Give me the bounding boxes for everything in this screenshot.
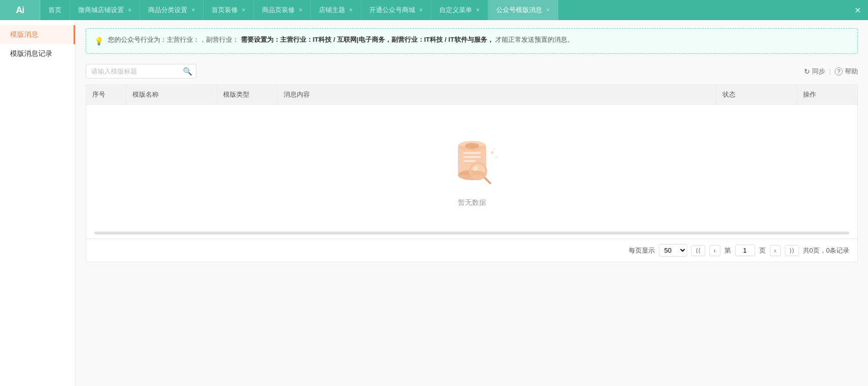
top-nav: Ai 首页 微商城店铺设置 × 商品分类设置 × 首页装修 × 商品页装修 × …	[0, 0, 868, 20]
notice-suffix: 才能正常发送预置的消息。	[495, 36, 574, 43]
th-index: 序号	[86, 85, 126, 104]
sidebar-label-template-record: 模版消息记录	[10, 49, 52, 57]
bulb-icon: 💡	[94, 35, 104, 47]
sync-label: 同步	[812, 67, 825, 76]
nav-label-template-msg: 公众号模版消息	[496, 6, 542, 15]
nav-close-wsc[interactable]: ×	[128, 7, 131, 14]
svg-point-9	[473, 166, 478, 171]
search-button[interactable]: 🔍	[183, 67, 192, 76]
nav-tab-product-deco[interactable]: 商品页装修 ×	[254, 0, 311, 20]
svg-point-11	[495, 157, 497, 159]
th-content: 消息内容	[278, 85, 716, 104]
main-layout: 模版消息 模版消息记录 💡 您的公众号行业为：主营行业：，副营行业： 需要设置为…	[0, 20, 868, 386]
nav-close-product-deco[interactable]: ×	[299, 7, 302, 14]
content-area: 💡 您的公众号行业为：主营行业：，副营行业： 需要设置为：主营行业：IT科技 /…	[76, 20, 868, 386]
sync-button[interactable]: ↻ 同步	[804, 67, 825, 76]
sidebar: 模版消息 模版消息记录	[0, 20, 76, 386]
nav-tab-template-msg[interactable]: 公众号模版消息 ×	[488, 0, 558, 20]
first-page-button[interactable]: ⟨⟨	[691, 245, 705, 256]
empty-state: 暂无数据	[86, 105, 857, 227]
nav-close-open-mall[interactable]: ×	[419, 7, 423, 14]
nav-tab-theme[interactable]: 店铺主题 ×	[311, 0, 361, 20]
notice-prefix: 您的公众号行业为：主营行业：，副营行业：	[108, 36, 239, 43]
page-size-label: 每页显示	[629, 246, 655, 255]
nav-tab-custom-menu[interactable]: 自定义菜单 ×	[431, 0, 488, 20]
page-size-select[interactable]: 50 10 20 100	[659, 244, 687, 257]
help-label: 帮助	[845, 67, 858, 76]
th-type: 模版类型	[217, 85, 278, 104]
data-table: 序号 模版名称 模版类型 消息内容 状态 操作	[86, 85, 858, 262]
nav-tab-home-deco[interactable]: 首页装修 ×	[204, 0, 254, 20]
nav-tab-wsc-settings[interactable]: 微商城店铺设置 ×	[70, 0, 140, 20]
nav-label-home-deco: 首页装修	[212, 6, 238, 15]
notice-highlight: 需要设置为：主营行业：IT科技 / 互联网|电子商务，副营行业：IT科技 / I…	[241, 36, 494, 43]
nav-close-theme[interactable]: ×	[349, 7, 353, 14]
search-area: 🔍 ↻ 同步 | ? 帮助	[86, 64, 858, 79]
search-input[interactable]	[86, 64, 196, 79]
close-all-tabs-button[interactable]: ✕	[847, 6, 868, 15]
nav-label-category: 商品分类设置	[148, 6, 187, 15]
sync-icon: ↻	[804, 67, 810, 75]
last-page-button[interactable]: ⟩⟩	[785, 245, 799, 256]
nav-tab-home[interactable]: 首页	[40, 0, 70, 20]
nav-label-home: 首页	[48, 6, 61, 15]
nav-label-wsc: 微商城店铺设置	[78, 6, 124, 15]
svg-point-8	[470, 163, 486, 179]
notice-text: 您的公众号行业为：主营行业：，副营行业： 需要设置为：主营行业：IT科技 / 互…	[108, 35, 574, 45]
page-label-suffix: 页	[759, 246, 766, 255]
svg-point-3	[465, 143, 479, 149]
prev-page-button[interactable]: ‹	[709, 245, 720, 256]
search-input-wrap: 🔍	[86, 64, 196, 79]
help-icon: ?	[835, 67, 843, 75]
nav-close-template-msg[interactable]: ×	[546, 7, 550, 14]
scrollbar-track	[94, 231, 849, 235]
sidebar-item-template-record[interactable]: 模版消息记录	[0, 44, 75, 63]
nav-tab-category[interactable]: 商品分类设置 ×	[140, 0, 204, 20]
nav-label-product-deco: 商品页装修	[262, 6, 295, 15]
sidebar-item-template-msg[interactable]: 模版消息	[0, 25, 75, 44]
nav-close-home-deco[interactable]: ×	[242, 7, 245, 14]
table-header: 序号 模版名称 模版类型 消息内容 状态 操作	[86, 85, 857, 105]
help-button[interactable]: ? 帮助	[835, 67, 858, 76]
sidebar-label-template-msg: 模版消息	[10, 30, 38, 38]
th-name: 模版名称	[126, 85, 217, 104]
nav-close-category[interactable]: ×	[191, 7, 195, 14]
total-info: 共0页，0条记录	[803, 246, 849, 255]
toolbar-divider: |	[829, 67, 831, 75]
logo: Ai	[0, 0, 40, 20]
nav-label-custom-menu: 自定义菜单	[439, 6, 472, 15]
page-label-prefix: 第	[724, 246, 731, 255]
th-action: 操作	[797, 85, 857, 104]
nav-close-custom-menu[interactable]: ×	[476, 7, 480, 14]
svg-point-12	[493, 148, 495, 150]
nav-label-open-mall: 开通公众号商城	[369, 6, 415, 15]
th-status: 状态	[716, 85, 797, 104]
horizontal-scrollbar[interactable]	[86, 227, 857, 239]
nav-tab-open-mall[interactable]: 开通公众号商城 ×	[361, 0, 431, 20]
empty-illustration	[442, 135, 502, 190]
next-page-button[interactable]: ›	[770, 245, 781, 256]
close-all-icon: ✕	[854, 6, 861, 15]
svg-point-10	[491, 151, 494, 154]
toolbar-right: ↻ 同步 | ? 帮助	[804, 67, 858, 76]
current-page-input[interactable]	[735, 245, 755, 256]
pagination-area: 每页显示 50 10 20 100 ⟨⟨ ‹ 第 页 › ⟩⟩ 共0页，0条记录	[86, 239, 857, 262]
notice-banner: 💡 您的公众号行业为：主营行业：，副营行业： 需要设置为：主营行业：IT科技 /…	[86, 28, 858, 54]
nav-label-theme: 店铺主题	[319, 6, 345, 15]
empty-text: 暂无数据	[458, 198, 486, 207]
